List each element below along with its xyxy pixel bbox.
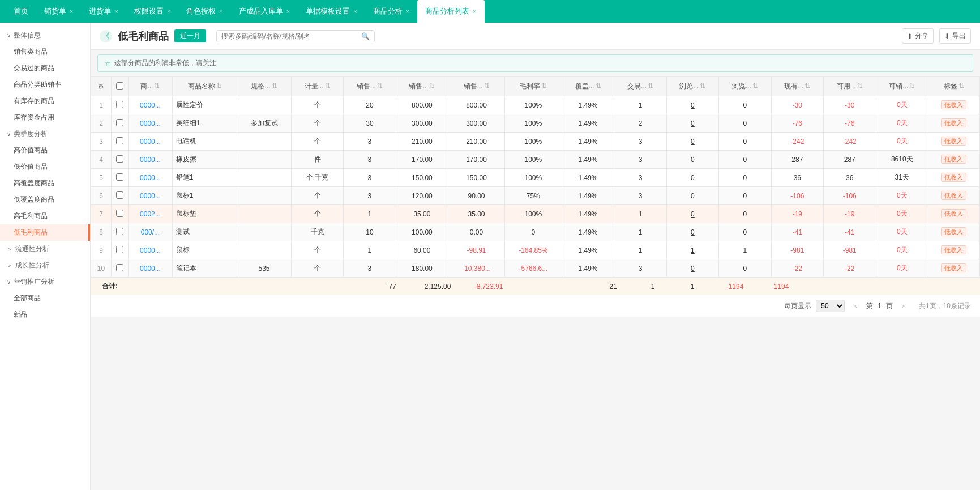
col-select-all[interactable] <box>112 77 129 96</box>
sidebar-item-sales-products[interactable]: 销售类商品 <box>0 44 90 60</box>
cell-browse1[interactable]: 1 <box>666 241 718 259</box>
cell-checkbox[interactable] <box>112 205 129 223</box>
nav-product-analysis[interactable]: 商品分析 × <box>365 0 417 23</box>
col-saleable[interactable]: 可销...⇅ <box>876 77 928 96</box>
cell-browse1[interactable]: 0 <box>666 259 718 278</box>
cell-browse2: 0 <box>719 187 771 205</box>
sidebar-item-inventory-capital[interactable]: 库存资金占用 <box>0 109 90 126</box>
nav-finished-goods[interactable]: 产成品入库单 × <box>231 0 298 23</box>
nav-sales-close[interactable]: × <box>70 8 73 15</box>
row-checkbox[interactable] <box>116 246 123 253</box>
sidebar-item-category-rate[interactable]: 商品分类助销率 <box>0 76 90 93</box>
sidebar-group-overall[interactable]: ∨ 整体信息 <box>0 27 90 44</box>
export-btn[interactable]: ⬇ 导出 <box>939 28 971 44</box>
sidebar-item-low-margin[interactable]: 低毛利商品 <box>0 224 90 241</box>
col-browse2[interactable]: 浏览...⇅ <box>719 77 771 96</box>
row-checkbox[interactable] <box>116 210 123 217</box>
cell-checkbox[interactable] <box>112 151 129 169</box>
col-name[interactable]: 商品名称⇅ <box>172 77 237 96</box>
row-checkbox[interactable] <box>116 173 123 181</box>
nav-roles-close[interactable]: × <box>219 8 222 15</box>
col-browse1[interactable]: 浏览...⇅ <box>666 77 718 96</box>
cell-checkbox[interactable] <box>112 223 129 241</box>
cell-transaction: 3 <box>614 169 666 187</box>
nav-product-analysis-list[interactable]: 商品分析列表 × <box>417 0 484 23</box>
col-gross-rate[interactable]: 毛利率⇅ <box>504 77 562 96</box>
cell-browse1[interactable]: 0 <box>666 114 718 133</box>
sidebar-item-traded-products[interactable]: 交易过的商品 <box>0 60 90 76</box>
col-sales-amount[interactable]: 销售...⇅ <box>448 77 505 96</box>
nav-analysis-close[interactable]: × <box>406 8 409 15</box>
col-unit[interactable]: 计量...⇅ <box>291 77 343 96</box>
date-filter-btn[interactable]: 近一月 <box>174 29 206 42</box>
cell-checkbox[interactable] <box>112 187 129 205</box>
row-checkbox[interactable] <box>116 101 123 108</box>
sidebar-group-marketing[interactable]: ∨ 营销推广分析 <box>0 274 90 290</box>
cell-checkbox[interactable] <box>112 114 129 133</box>
col-available[interactable]: 可用...⇅ <box>824 77 876 96</box>
col-code[interactable]: 商...⇅ <box>129 77 173 96</box>
cell-checkbox[interactable] <box>112 169 129 187</box>
cell-browse2: 0 <box>719 151 771 169</box>
cell-sales-price: 300.00 <box>396 114 448 133</box>
cell-browse1[interactable]: 0 <box>666 187 718 205</box>
nav-template-close[interactable]: × <box>353 8 357 15</box>
cell-browse1[interactable]: 0 <box>666 205 718 223</box>
per-page-select[interactable]: 50 100 200 <box>816 300 845 312</box>
cell-settings: 9 <box>91 241 112 259</box>
cell-code: 0000... <box>129 169 173 187</box>
sidebar-group-circulation[interactable]: ＞ 流通性分析 <box>0 241 90 257</box>
sidebar-item-low-coverage[interactable]: 低覆盖度商品 <box>0 191 90 208</box>
row-checkbox[interactable] <box>116 119 123 126</box>
select-all-checkbox[interactable] <box>116 82 123 90</box>
search-icon[interactable]: 🔍 <box>361 32 370 40</box>
col-sales-price[interactable]: 销售...⇅ <box>396 77 448 96</box>
sidebar-item-inventory-products[interactable]: 有库存的商品 <box>0 93 90 109</box>
col-transaction[interactable]: 交易...⇅ <box>614 77 666 96</box>
next-page-btn[interactable]: ＞ <box>897 300 910 312</box>
nav-purchase[interactable]: 进货单 × <box>81 0 126 23</box>
cell-checkbox[interactable] <box>112 241 129 259</box>
nav-list-close[interactable]: × <box>473 8 476 15</box>
cell-browse1[interactable]: 0 <box>666 223 718 241</box>
nav-permissions[interactable]: 权限设置 × <box>126 0 178 23</box>
sidebar-item-all-products[interactable]: 全部商品 <box>0 290 90 306</box>
row-checkbox[interactable] <box>116 155 123 163</box>
cell-browse1[interactable]: 0 <box>666 151 718 169</box>
sidebar-group-growth[interactable]: ＞ 成长性分析 <box>0 257 90 274</box>
nav-template[interactable]: 单据模板设置 × <box>298 0 365 23</box>
nav-sales[interactable]: 销货单 × <box>36 0 81 23</box>
nav-roles[interactable]: 角色授权 × <box>178 0 230 23</box>
cell-checkbox[interactable] <box>112 133 129 151</box>
cell-checkbox[interactable] <box>112 259 129 278</box>
share-btn[interactable]: ⬆ 分享 <box>902 28 934 44</box>
sidebar-item-high-margin[interactable]: 高毛利商品 <box>0 208 90 224</box>
nav-home[interactable]: 首页 <box>6 0 36 23</box>
nav-finished-close[interactable]: × <box>286 8 290 15</box>
cell-browse1[interactable]: 0 <box>666 169 718 187</box>
col-coverage[interactable]: 覆盖...⇅ <box>562 77 614 96</box>
cell-settings: 4 <box>91 151 112 169</box>
sidebar-item-new-products[interactable]: 新品 <box>0 306 90 323</box>
row-checkbox[interactable] <box>116 191 123 199</box>
cell-browse1[interactable]: 0 <box>666 96 718 114</box>
cell-checkbox[interactable] <box>112 96 129 114</box>
sidebar-item-high-value[interactable]: 高价值商品 <box>0 142 90 159</box>
col-tag[interactable]: 标签⇅ <box>928 77 979 96</box>
sidebar-group-cluster[interactable]: ∨ 类群度分析 <box>0 126 90 142</box>
sidebar-collapse-btn[interactable]: 《 <box>100 30 112 42</box>
row-checkbox[interactable] <box>116 137 123 144</box>
sidebar-item-high-coverage[interactable]: 高覆盖度商品 <box>0 175 90 191</box>
sidebar-item-low-value[interactable]: 低价值商品 <box>0 159 90 175</box>
nav-permissions-close[interactable]: × <box>167 8 170 15</box>
row-checkbox[interactable] <box>116 228 123 235</box>
cell-browse1[interactable]: 0 <box>666 133 718 151</box>
search-input[interactable] <box>221 32 361 40</box>
col-sales-qty[interactable]: 销售...⇅ <box>344 77 396 96</box>
col-current-stock[interactable]: 现有...⇅ <box>771 77 823 96</box>
col-spec[interactable]: 规格...⇅ <box>237 77 292 96</box>
prev-page-btn[interactable]: ＜ <box>849 300 862 312</box>
nav-purchase-close[interactable]: × <box>114 8 118 15</box>
col-settings[interactable]: ⚙ <box>91 77 112 96</box>
row-checkbox[interactable] <box>116 264 123 271</box>
